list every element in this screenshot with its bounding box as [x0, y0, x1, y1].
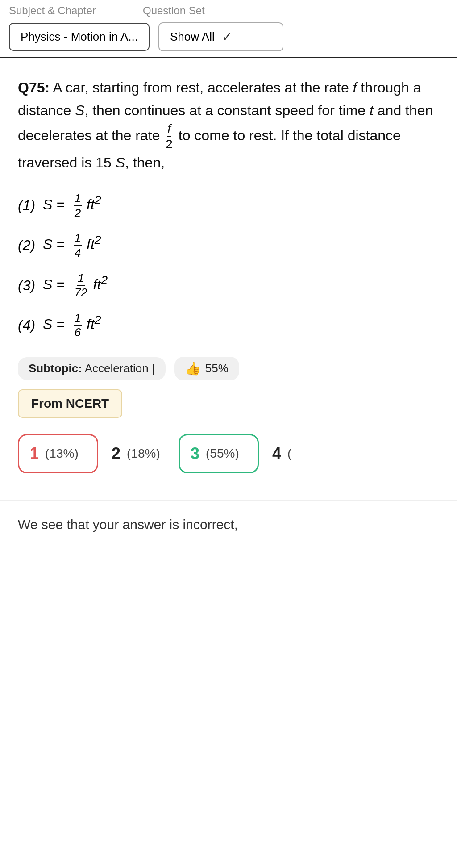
frac1-numer: 1 — [74, 192, 82, 206]
option-4-frac: 1 6 — [74, 312, 82, 339]
solution-section: We see that your answer is incorrect, — [0, 500, 457, 549]
frac4-numer: 1 — [74, 312, 82, 326]
subtopic-label: Subtopic: — [29, 362, 82, 375]
option-3-frac: 1 72 — [74, 272, 88, 299]
option-1[interactable]: (1) S = 1 2 ft2 — [18, 192, 439, 219]
option-2-expr: S = 1 4 ft2 — [43, 232, 101, 259]
frac3-denom: 72 — [74, 286, 88, 299]
solution-text: We see that your answer is incorrect, — [18, 514, 439, 535]
fraction-numerator: f — [167, 122, 171, 137]
options-list: (1) S = 1 2 ft2 (2) S = 1 4 ft2 — [18, 192, 439, 339]
option-1-expr: S = 1 2 ft2 — [43, 192, 101, 219]
fraction-denominator: 2 — [166, 137, 173, 151]
answer-option-1[interactable]: 1 (13%) — [18, 434, 98, 473]
frac1-denom: 2 — [74, 206, 82, 220]
question-part1: A car, starting from rest, accelerates a… — [53, 79, 353, 96]
question-set-label: Question Set — [143, 4, 268, 17]
filter-bar: Physics - Motion in A... Show All ✓ — [0, 17, 457, 58]
like-tag[interactable]: 👍 55% — [174, 357, 239, 380]
option-3[interactable]: (3) S = 1 72 ft2 — [18, 272, 439, 299]
option-1-num: (1) — [18, 197, 39, 214]
tags-row: Subtopic: Acceleration | 👍 55% — [18, 357, 439, 380]
question-container: Q75: A car, starting from rest, accelera… — [0, 58, 457, 500]
option-4[interactable]: (4) S = 1 6 ft2 — [18, 312, 439, 339]
question-text: Q75: A car, starting from rest, accelera… — [18, 76, 439, 174]
answer-option-2[interactable]: 2 (18%) — [98, 435, 179, 472]
like-percent: 55% — [205, 362, 228, 376]
chevron-down-icon: ✓ — [222, 29, 232, 44]
thumbs-up-icon: 👍 — [185, 361, 201, 376]
answer-num-2: 2 — [112, 444, 120, 463]
answer-pct-4: ( — [287, 447, 291, 461]
option-3-expr: S = 1 72 ft2 — [43, 272, 108, 299]
option-4-expr: S = 1 6 ft2 — [43, 312, 101, 339]
question-set-dropdown[interactable]: Show All ✓ — [158, 22, 283, 51]
frac3-numer: 1 — [77, 272, 85, 286]
answer-option-4[interactable]: 4 ( — [259, 435, 339, 472]
option-3-num: (3) — [18, 277, 39, 294]
option-1-frac: 1 2 — [74, 192, 82, 219]
frac2-denom: 4 — [74, 246, 82, 259]
frac4-denom: 6 — [74, 326, 82, 339]
variable-s2: S — [116, 154, 125, 171]
option-4-num: (4) — [18, 317, 39, 334]
answer-pct-1: (13%) — [45, 447, 79, 461]
question-part6: , then, — [125, 154, 165, 171]
variable-s: S — [75, 102, 84, 118]
answer-pct-2: (18%) — [127, 447, 160, 461]
question-set-value: Show All — [170, 30, 215, 44]
variable-t: t — [370, 102, 374, 118]
subject-dropdown[interactable]: Physics - Motion in A... — [9, 23, 150, 51]
subtopic-value: Acceleration | — [85, 362, 155, 375]
answer-num-4: 4 — [272, 444, 281, 463]
ncert-tag: From NCERT — [18, 389, 122, 418]
option-2-frac: 1 4 — [74, 232, 82, 259]
question-part3: , then continues at a constant speed for… — [84, 102, 370, 118]
deceleration-fraction: f 2 — [166, 122, 173, 151]
answer-pct-3: (55%) — [206, 447, 239, 461]
answer-option-3[interactable]: 3 (55%) — [179, 434, 259, 473]
option-2[interactable]: (2) S = 1 4 ft2 — [18, 232, 439, 259]
subject-chapter-label: Subject & Chapter — [9, 4, 134, 17]
frac2-numer: 1 — [74, 232, 82, 246]
answer-num-3: 3 — [191, 444, 199, 463]
option-2-num: (2) — [18, 237, 39, 254]
answer-options-row: 1 (13%) 2 (18%) 3 (55%) 4 ( — [18, 434, 439, 473]
question-number: Q75: — [18, 79, 50, 96]
subtopic-tag: Subtopic: Acceleration | — [18, 357, 166, 380]
answer-num-1: 1 — [30, 444, 39, 463]
